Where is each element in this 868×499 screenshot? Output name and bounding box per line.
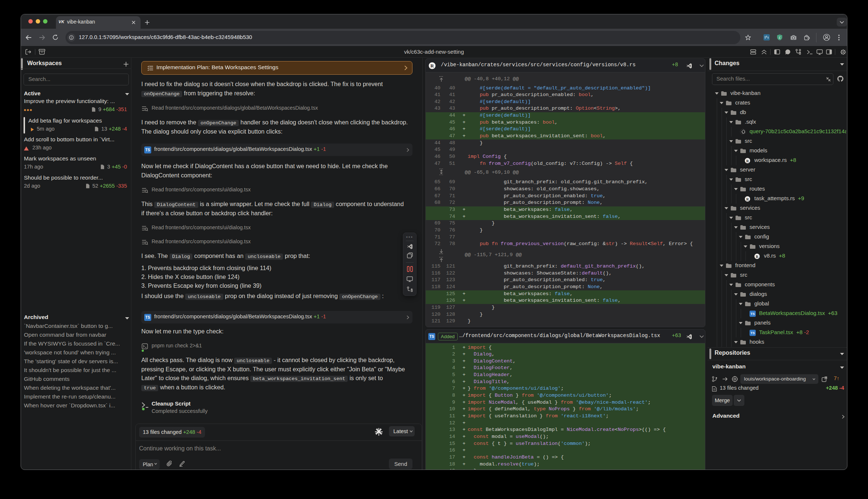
svg-text:£: £ xyxy=(779,36,781,39)
svg-text:R: R xyxy=(746,159,749,163)
svg-text:R: R xyxy=(431,63,434,68)
svg-text:R: R xyxy=(746,197,749,201)
svg-text:R: R xyxy=(756,254,759,258)
